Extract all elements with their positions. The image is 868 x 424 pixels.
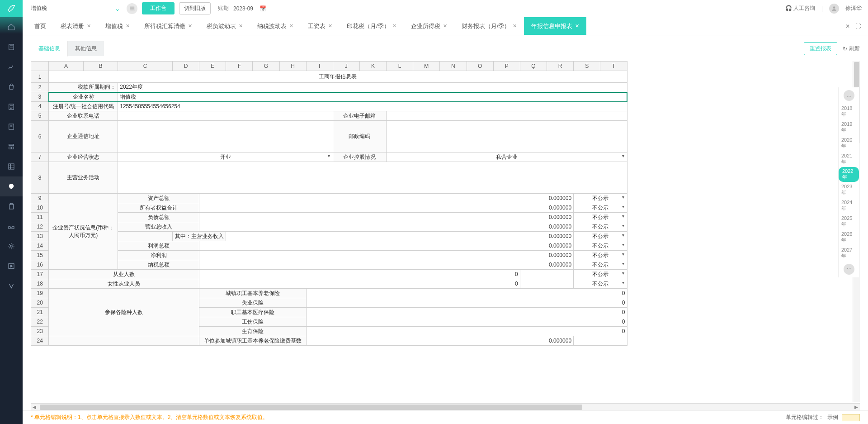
row-header-10[interactable]: 10: [31, 203, 49, 213]
fin-pub-0[interactable]: 不公示: [574, 194, 627, 203]
nav-doc-icon[interactable]: [0, 37, 23, 57]
nav-gear-icon[interactable]: [0, 236, 23, 256]
tab-close-icon[interactable]: ✕: [443, 23, 447, 29]
row-header-3[interactable]: 3: [31, 92, 49, 102]
tab-close-icon[interactable]: ✕: [188, 23, 192, 29]
workbench-button[interactable]: 工作台: [142, 2, 175, 14]
fin-pub-6[interactable]: 不公示: [574, 251, 627, 260]
ins-value-1[interactable]: 0: [306, 298, 627, 308]
tab-4[interactable]: 税负波动表✕: [199, 17, 250, 35]
fin-value-4[interactable]: 0.000000: [226, 232, 574, 241]
row-header-14[interactable]: 14: [31, 241, 49, 251]
tab-10[interactable]: 年报信息申报表✕: [524, 17, 586, 35]
fin-value-1[interactable]: 0.000000: [199, 203, 574, 213]
col-header-A[interactable]: A: [49, 62, 83, 71]
avatar[interactable]: [829, 4, 839, 14]
period-value[interactable]: 2022年度: [118, 83, 627, 92]
col-header-C[interactable]: C: [118, 62, 173, 71]
fin-pub-7[interactable]: 不公示: [574, 260, 627, 270]
period-value[interactable]: 2023-09: [233, 5, 253, 12]
reset-button[interactable]: 重置报表: [804, 42, 837, 55]
consult-link[interactable]: 🎧 人工咨询: [785, 5, 815, 12]
tab-close-icon[interactable]: ✕: [575, 23, 579, 29]
col-header-D[interactable]: D: [172, 62, 199, 71]
row-header-12[interactable]: 12: [31, 222, 49, 232]
base-blank[interactable]: [574, 336, 627, 346]
fin-pub-4[interactable]: 不公示: [574, 232, 627, 241]
fin-pub-5[interactable]: 不公示: [574, 241, 627, 251]
row-header-16[interactable]: 16: [31, 260, 49, 270]
year-2021年[interactable]: 2021年: [839, 151, 859, 167]
col-header-J[interactable]: J: [333, 62, 359, 71]
col-header-F[interactable]: F: [226, 62, 253, 71]
col-header-I[interactable]: I: [306, 62, 333, 71]
ins-value-4[interactable]: 0: [306, 327, 627, 336]
tab-close-icon[interactable]: ✕: [513, 23, 517, 29]
tab-close-icon[interactable]: ✕: [289, 23, 293, 29]
emp-pub[interactable]: 不公示: [574, 270, 627, 279]
year-2027年[interactable]: 2027年: [839, 245, 859, 261]
year-2023年[interactable]: 2023年: [839, 182, 859, 198]
row-header-5[interactable]: 5: [31, 111, 49, 121]
col-header-M[interactable]: M: [413, 62, 440, 71]
female-pub[interactable]: 不公示: [574, 279, 627, 289]
company-value[interactable]: 增值税: [118, 92, 627, 102]
tab-close-icon[interactable]: ✕: [239, 23, 243, 29]
base-value[interactable]: 0.000000: [306, 336, 573, 346]
post-value[interactable]: [387, 121, 627, 152]
tab-close-icon[interactable]: ✕: [328, 23, 332, 29]
row-header-21[interactable]: 21: [31, 308, 49, 317]
nav-grid-icon[interactable]: [0, 157, 23, 176]
col-header-E[interactable]: E: [199, 62, 226, 71]
row-header-19[interactable]: 19: [31, 289, 49, 298]
nav-play-icon[interactable]: [0, 256, 23, 276]
col-header-H[interactable]: H: [279, 62, 306, 71]
subtab-other[interactable]: 其他信息: [68, 41, 104, 56]
nav-chart-icon[interactable]: [0, 57, 23, 77]
year-down-icon[interactable]: ﹀: [844, 264, 854, 275]
year-2024年[interactable]: 2024年: [839, 198, 859, 214]
row-header-1[interactable]: 1: [31, 71, 49, 83]
tab-5[interactable]: 纳税波动表✕: [250, 17, 301, 35]
col-header-R[interactable]: R: [547, 62, 573, 71]
status-select[interactable]: 开业: [118, 152, 333, 162]
tab-expand-icon[interactable]: ⛶: [855, 23, 861, 29]
col-header-B[interactable]: B: [83, 62, 118, 71]
refresh-button[interactable]: ↻ 刷新: [843, 45, 860, 52]
fin-value-7[interactable]: 0.000000: [199, 260, 574, 270]
note-icon[interactable]: ▤: [127, 3, 137, 14]
col-header-L[interactable]: L: [387, 62, 413, 71]
nav-clip-icon[interactable]: [0, 196, 23, 216]
row-header-4[interactable]: 4: [31, 102, 49, 111]
col-header-O[interactable]: O: [467, 62, 493, 71]
nav-form-icon[interactable]: [0, 117, 23, 137]
tab-8[interactable]: 企业所得税✕: [404, 17, 454, 35]
row-header-18[interactable]: 18: [31, 279, 49, 289]
nav-template-icon[interactable]: [0, 137, 23, 157]
year-2019年[interactable]: 2019年: [839, 119, 859, 135]
year-2020年[interactable]: 2020年: [839, 135, 859, 151]
row-header-24[interactable]: 24: [31, 336, 49, 346]
row-header-22[interactable]: 22: [31, 317, 49, 327]
nav-v-icon[interactable]: [0, 276, 23, 296]
fin-pub-2[interactable]: 不公示: [574, 213, 627, 222]
row-header-23[interactable]: 23: [31, 327, 49, 336]
tab-6[interactable]: 工资表✕: [301, 17, 340, 35]
col-header-Q[interactable]: Q: [520, 62, 547, 71]
row-header-20[interactable]: 20: [31, 298, 49, 308]
year-2025年[interactable]: 2025年: [839, 214, 859, 229]
row-header-13[interactable]: 13: [31, 232, 49, 241]
tab-3[interactable]: 所得税汇算清缴✕: [137, 17, 199, 35]
addr-value[interactable]: [118, 121, 333, 152]
company-dropdown[interactable]: 增值税 ⌄: [29, 5, 122, 12]
col-header-K[interactable]: K: [359, 62, 386, 71]
tab-2[interactable]: 增值税✕: [98, 17, 137, 35]
nav-home-icon[interactable]: [0, 17, 23, 37]
spreadsheet[interactable]: ABCDEFGHIJKLMNOPQRST 1工商年报信息表2税款所属期间：202…: [31, 61, 853, 402]
fin-pub-3[interactable]: 不公示: [574, 222, 627, 232]
reg-value[interactable]: 12554585554554656254: [118, 102, 627, 111]
fin-value-0[interactable]: 0.000000: [199, 194, 574, 203]
fin-value-6[interactable]: 0.000000: [199, 251, 574, 260]
emp-blank[interactable]: [520, 270, 573, 279]
holding-select[interactable]: 私营企业: [387, 152, 627, 162]
